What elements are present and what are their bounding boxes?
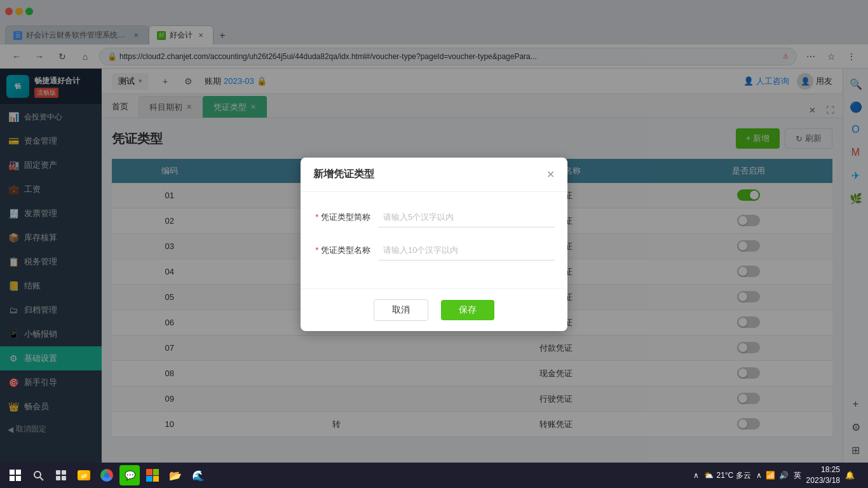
abbr-label: 凭证类型简称	[313, 212, 370, 223]
name-input[interactable]	[378, 240, 555, 261]
start-button[interactable]	[5, 465, 25, 485]
windows-taskbar: 📁 💬 📂 🌊 ∧ ⛅ 21°C 多云 ∧ 📶 🔊 英 18:25	[0, 463, 868, 488]
taskbar-weather: ⛅ 21°C 多云	[704, 470, 750, 481]
taskbar-multitask-btn[interactable]	[51, 465, 71, 485]
taskbar-wechat-btn[interactable]: 💬	[119, 465, 140, 485]
svg-rect-9	[62, 476, 66, 480]
modal-close-btn[interactable]: ✕	[546, 168, 555, 180]
taskbar-systray: ∧	[693, 471, 699, 480]
abbr-input[interactable]	[378, 207, 555, 227]
svg-rect-8	[56, 476, 60, 480]
name-form-row: 凭证类型名称	[313, 240, 555, 261]
svg-rect-1	[16, 470, 21, 475]
svg-rect-7	[62, 470, 66, 475]
modal-overlay: 新增凭证类型 ✕ 凭证类型简称 凭证类型名称 取消 保存	[0, 0, 868, 488]
taskbar-network-icons: ∧ 📶 🔊	[756, 471, 789, 480]
taskbar-edge-btn[interactable]: 🌊	[188, 465, 208, 485]
taskbar-windows-update-btn[interactable]	[142, 465, 163, 485]
svg-rect-6	[56, 470, 60, 475]
svg-rect-2	[10, 476, 15, 481]
name-label: 凭证类型名称	[313, 245, 370, 256]
cancel-button[interactable]: 取消	[374, 299, 428, 321]
weather-icon: ⛅	[704, 471, 714, 480]
taskbar-show-hidden-btn[interactable]: ∧	[693, 471, 699, 480]
wifi-icon: 📶	[766, 471, 775, 480]
weather-text: 21°C 多云	[716, 470, 750, 481]
volume-icon: 🔊	[779, 471, 789, 480]
taskbar-search-btn[interactable]	[28, 465, 48, 485]
taskbar-explorer-btn[interactable]: 📁	[74, 465, 94, 485]
save-button[interactable]: 保存	[441, 300, 494, 320]
notification-btn[interactable]: 🔔	[845, 471, 855, 480]
time-display: 18:25	[806, 464, 840, 475]
abbr-form-row: 凭证类型简称	[313, 207, 555, 227]
taskbar-lang: 英	[794, 470, 801, 481]
svg-rect-0	[10, 470, 15, 475]
taskbar-right: ∧ ⛅ 21°C 多云 ∧ 📶 🔊 英 18:25 2023/3/18 🔔	[693, 464, 863, 486]
network-icon: ∧	[756, 471, 762, 480]
modal-body: 凭证类型简称 凭证类型名称	[301, 192, 567, 288]
modal-header: 新增凭证类型 ✕	[301, 158, 567, 192]
add-voucher-type-modal: 新增凭证类型 ✕ 凭证类型简称 凭证类型名称 取消 保存	[301, 158, 567, 331]
modal-footer: 取消 保存	[301, 288, 567, 331]
taskbar-time: 18:25 2023/3/18	[806, 464, 840, 486]
date-display: 2023/3/18	[806, 475, 840, 486]
svg-rect-3	[16, 476, 21, 481]
svg-line-5	[40, 477, 43, 480]
taskbar-folder-btn[interactable]: 📂	[165, 465, 186, 485]
taskbar-chrome-btn[interactable]	[97, 465, 117, 485]
svg-point-4	[34, 471, 41, 478]
modal-title: 新增凭证类型	[313, 168, 374, 181]
